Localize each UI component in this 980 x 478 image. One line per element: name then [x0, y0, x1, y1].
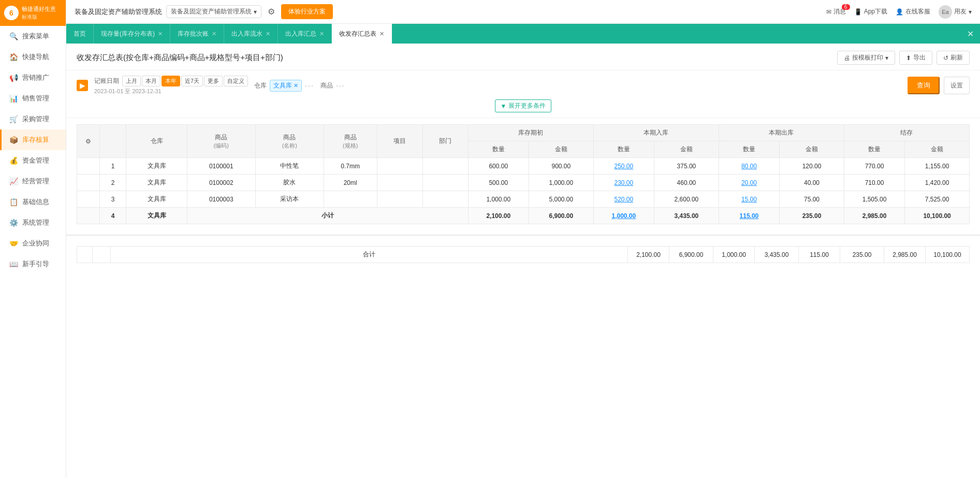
- date-more[interactable]: 更多: [204, 76, 223, 86]
- row-out-qty[interactable]: 20.00: [719, 175, 779, 191]
- page: 收发存汇总表(按仓库+商品编码+商品+规格型号+项目+部门) 🖨 按模板打印 ▾…: [66, 44, 980, 478]
- sales-icon: 📊: [9, 94, 18, 103]
- logo-text: 畅捷通好生意: [22, 5, 56, 13]
- goods-more-dots[interactable]: ···: [336, 81, 345, 90]
- sidebar-item-label: 库存核算: [22, 135, 49, 144]
- date-custom[interactable]: 自定义: [224, 76, 248, 86]
- tab-batch-ledger[interactable]: 库存批次账 ✕: [170, 24, 224, 44]
- row-out-qty[interactable]: 80.00: [719, 158, 779, 175]
- expand-label: 展开更多条件: [508, 102, 546, 110]
- app-download-btn[interactable]: 📱 App下载: [854, 7, 887, 16]
- sidebar-item-guide[interactable]: 📖 新手引导: [0, 254, 66, 274]
- sidebar-item-label: 系统管理: [22, 218, 49, 227]
- main-area: 装备及固定资产辅助管理系统 装备及固定资产辅助管理系统 ▾ ⚙ 体验行业方案 ✉…: [66, 0, 980, 478]
- subtotal-in-amt: 3,435.00: [654, 208, 719, 224]
- row-dept: [422, 191, 468, 208]
- tab-close-icon[interactable]: ✕: [319, 31, 324, 37]
- tab-close-icon[interactable]: ✕: [379, 31, 384, 37]
- date-last-month[interactable]: 上月: [122, 76, 141, 86]
- refresh-btn[interactable]: ↺ 刷新: [937, 51, 970, 65]
- settings-button[interactable]: 设置: [944, 77, 970, 94]
- subtotal-opening-qty: 2,100.00: [468, 208, 529, 224]
- date-7days[interactable]: 近7天: [181, 76, 203, 86]
- col-warehouse-header: 仓库: [126, 125, 187, 158]
- trial-button[interactable]: 体验行业方案: [281, 4, 333, 19]
- sidebar-item-search[interactable]: 🔍 搜索菜单: [0, 26, 66, 47]
- export-btn[interactable]: ⬆ 导出: [899, 51, 932, 65]
- row-opening-amt: 1,000.00: [529, 175, 593, 191]
- tab-close-icon[interactable]: ✕: [212, 31, 216, 37]
- row-settings: [77, 191, 100, 208]
- sidebar-item-sales[interactable]: 📊 销售管理: [0, 88, 66, 109]
- row-in-qty[interactable]: 520.00: [593, 191, 654, 208]
- col-name-header: 商品(名称): [255, 125, 324, 158]
- subtotal-in-qty[interactable]: 1,000.00: [593, 208, 654, 224]
- date-this-year[interactable]: 本年: [162, 76, 180, 86]
- user-label: 用友: [954, 7, 967, 16]
- col-settings-header[interactable]: ⚙: [77, 125, 100, 158]
- export-icon: ⬆: [906, 54, 911, 62]
- app-download-label: App下载: [864, 7, 887, 16]
- row-name: 胶水: [255, 175, 324, 191]
- row-in-qty[interactable]: 230.00: [593, 175, 654, 191]
- chevron-down-icon: ▾: [254, 8, 257, 16]
- row-project: [377, 191, 422, 208]
- warehouse-more-dots[interactable]: ···: [305, 81, 314, 90]
- tab-flow[interactable]: 出入库流水 ✕: [224, 24, 278, 44]
- inventory-icon: 📦: [9, 136, 18, 144]
- messages-badge: 6: [842, 4, 850, 10]
- print-btn[interactable]: 🖨 按模板打印 ▾: [837, 51, 895, 65]
- close-all-tabs[interactable]: ✕: [961, 29, 980, 39]
- tab-inventory-dist[interactable]: 现存量(库存分布表) ✕: [94, 24, 170, 44]
- page-header: 收发存汇总表(按仓库+商品编码+商品+规格型号+项目+部门) 🖨 按模板打印 ▾…: [66, 44, 980, 70]
- sidebar-item-purchase[interactable]: 🛒 采购管理: [0, 109, 66, 129]
- messages-btn[interactable]: ✉ 消息 6: [826, 7, 846, 16]
- sidebar-item-finance[interactable]: 💰 资金管理: [0, 150, 66, 171]
- sidebar-item-label: 资金管理: [22, 156, 49, 165]
- row-balance-amt: 1,420.00: [905, 175, 970, 191]
- col-spec-header: 商品(规格): [324, 125, 377, 158]
- user-menu[interactable]: Ea 用友 ▾: [939, 5, 972, 19]
- subtotal-out-qty[interactable]: 115.00: [719, 208, 779, 224]
- online-service-btn[interactable]: 👤 在线客服: [896, 7, 930, 16]
- sidebar-item-inventory[interactable]: 📦 库存核算: [0, 129, 66, 150]
- tab-home[interactable]: 首页: [66, 24, 94, 44]
- sidebar-item-label: 经营管理: [22, 177, 49, 186]
- sidebar-item-quick-nav[interactable]: 🏠 快捷导航: [0, 47, 66, 67]
- row-balance-amt: 1,155.00: [905, 158, 970, 175]
- row-code: 0100001: [187, 158, 255, 175]
- sidebar-item-operations[interactable]: 📈 经营管理: [0, 171, 66, 192]
- refresh-icon: ↺: [943, 54, 948, 62]
- home-icon: 🏠: [9, 53, 18, 61]
- page-content: 收发存汇总表(按仓库+商品编码+商品+规格型号+项目+部门) 🖨 按模板打印 ▾…: [66, 44, 980, 478]
- expand-conditions-btn[interactable]: ▼ 展开更多条件: [495, 99, 552, 112]
- row-no: 1: [100, 158, 126, 175]
- filter-toggle-btn[interactable]: ▶: [77, 80, 88, 91]
- row-opening-qty: 600.00: [468, 158, 529, 175]
- row-in-qty[interactable]: 250.00: [593, 158, 654, 175]
- service-icon: 👤: [896, 8, 903, 16]
- tab-close-icon[interactable]: ✕: [158, 31, 163, 37]
- tab-label: 出入库汇总: [285, 30, 316, 38]
- tab-summary[interactable]: 出入库汇总 ✕: [278, 24, 332, 44]
- sidebar-item-basic-info[interactable]: 📋 基础信息: [0, 192, 66, 212]
- col-dept-header: 部门: [422, 125, 468, 158]
- warehouse-tag-close[interactable]: ✕: [294, 82, 298, 89]
- date-this-month[interactable]: 本月: [142, 76, 160, 86]
- sidebar-item-cooperation[interactable]: 🤝 企业协同: [0, 233, 66, 254]
- table-row: 2 文具库 0100002 胶水 20ml 500.00 1,000.00 23…: [77, 175, 970, 191]
- sidebar-item-marketing[interactable]: 📢 营销推广: [0, 67, 66, 88]
- tab-close-icon[interactable]: ✕: [266, 31, 270, 37]
- system-dropdown[interactable]: 装备及固定资产辅助管理系统 ▾: [166, 5, 261, 18]
- total-in-qty: 1,000.00: [713, 247, 755, 263]
- row-out-qty[interactable]: 15.00: [719, 191, 779, 208]
- col-balance-qty-header: 数量: [844, 141, 904, 158]
- row-opening-amt: 5,000.00: [529, 191, 593, 208]
- warehouse-tag: 文具库 ✕: [270, 80, 302, 92]
- tab-collect-summary[interactable]: 收发存汇总表 ✕: [332, 24, 392, 44]
- query-button[interactable]: 查询: [908, 77, 940, 94]
- sidebar-item-system[interactable]: ⚙️ 系统管理: [0, 212, 66, 233]
- settings-icon[interactable]: ⚙: [266, 5, 277, 19]
- finance-icon: 💰: [9, 156, 18, 165]
- tab-label: 现存量(库存分布表): [101, 30, 155, 38]
